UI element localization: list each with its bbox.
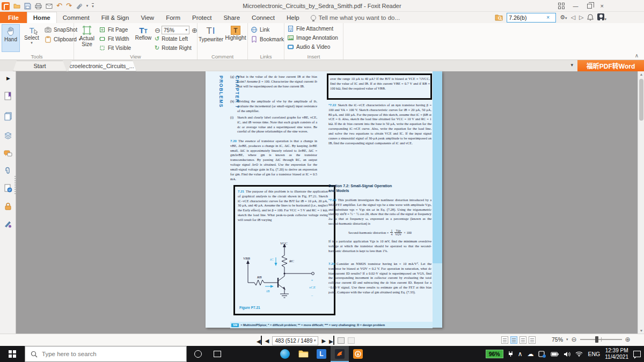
open-file-icon[interactable] bbox=[13, 3, 20, 10]
ui-layout-icon[interactable] bbox=[558, 3, 565, 9]
history-back-icon[interactable]: ◁ bbox=[571, 14, 575, 21]
undo-icon[interactable]: ↶ bbox=[56, 1, 62, 11]
ribbon-tab-help[interactable]: Help bbox=[281, 12, 305, 23]
zoom-dropdown-icon[interactable]: ▾ bbox=[566, 337, 568, 342]
speaker-icon[interactable] bbox=[564, 351, 570, 357]
zoom-slider-thumb[interactable] bbox=[595, 336, 598, 343]
collapse-ribbon-icon[interactable]: ∧ bbox=[635, 53, 639, 58]
redo-icon[interactable]: ↷ bbox=[66, 1, 72, 11]
scrollbar-thumb[interactable] bbox=[639, 79, 643, 121]
fit-visible-button[interactable]: Fit Visible bbox=[99, 45, 131, 51]
teams-icon[interactable] bbox=[538, 351, 546, 358]
taskbar-clock[interactable]: 12:39 PM 11/4/2021 bbox=[605, 348, 628, 360]
fit-page-button[interactable]: Fit Page bbox=[99, 26, 128, 33]
settings-gear-icon[interactable]: ⚙▾ bbox=[560, 14, 567, 21]
ribbon-tab-protect[interactable]: Protect bbox=[186, 12, 217, 23]
first-page-button[interactable]: ◀ bbox=[257, 336, 262, 345]
zoom-in-icon[interactable]: ⊕ bbox=[192, 26, 197, 34]
ribbon-tab-connect[interactable]: Connect bbox=[246, 12, 281, 23]
mail-icon[interactable] bbox=[46, 3, 53, 10]
qat-dropdown-icon[interactable]: ▾ bbox=[86, 4, 89, 8]
previous-view-button[interactable] bbox=[338, 337, 345, 344]
continuous-facing-view-button[interactable] bbox=[529, 336, 536, 344]
security-panel-icon[interactable] bbox=[4, 202, 12, 211]
brush-tool-icon[interactable] bbox=[76, 3, 83, 10]
account-avatar-icon[interactable]: ▾ bbox=[597, 13, 606, 21]
zoom-out-icon[interactable]: ⊖ bbox=[155, 26, 160, 34]
minimize-button[interactable]: — bbox=[573, 3, 579, 9]
tray-expand-icon[interactable]: ∧ bbox=[518, 350, 523, 358]
language-indicator[interactable]: ENG bbox=[588, 351, 600, 357]
audio-video-button[interactable]: Audio & Video bbox=[287, 43, 330, 50]
document-search-input[interactable] bbox=[509, 14, 546, 21]
foxit-logo-icon[interactable] bbox=[2, 2, 10, 10]
tab-start[interactable]: Start bbox=[13, 61, 67, 71]
previous-page-button[interactable]: ◀ bbox=[265, 338, 269, 344]
actual-size-button[interactable]: Actual Size bbox=[77, 24, 97, 52]
taskbar-app-file-explorer[interactable] bbox=[294, 346, 312, 362]
notification-bell-icon[interactable] bbox=[587, 14, 594, 21]
tab-close-icon[interactable]: × bbox=[138, 63, 141, 69]
clear-search-icon[interactable]: × bbox=[546, 14, 550, 20]
fit-width-button[interactable]: Fit Width bbox=[99, 35, 129, 42]
ribbon-tab-home[interactable]: Home bbox=[27, 12, 57, 23]
page-number-field[interactable]: ▾ bbox=[272, 336, 318, 345]
highlight-button[interactable]: T Highlight bbox=[224, 24, 247, 52]
hand-tool-button[interactable]: Hand bbox=[2, 24, 20, 52]
document-search-box[interactable]: × bbox=[507, 13, 556, 23]
action-center-icon[interactable] bbox=[633, 351, 641, 357]
tab-document[interactable]: Microelectronic_Circuits_... × bbox=[68, 61, 136, 71]
ribbon-tab-comment[interactable]: Comment bbox=[57, 12, 96, 23]
history-forward-icon[interactable]: ▷ bbox=[579, 14, 583, 21]
zoom-level-field[interactable]: 75% ▾ bbox=[162, 26, 189, 34]
last-page-button[interactable]: ▶ bbox=[329, 336, 334, 345]
bookmarks-panel-icon[interactable] bbox=[4, 92, 12, 100]
ribbon-tab-fill-sign[interactable]: Fill & Sign bbox=[96, 12, 135, 23]
scroll-down-icon[interactable]: ▼ bbox=[638, 329, 644, 333]
taskbar-app-download-manager[interactable] bbox=[349, 346, 367, 362]
rotate-right-button[interactable]: ↻ Rotate Right bbox=[155, 45, 192, 51]
expand-panel-icon[interactable]: ▶ bbox=[6, 76, 10, 81]
snapshot-button[interactable]: SnapShot bbox=[45, 26, 77, 33]
reflow-button[interactable]: TT Reflow bbox=[133, 24, 153, 52]
typewriter-button[interactable]: TI Typewriter bbox=[199, 24, 223, 52]
page-number-input[interactable] bbox=[275, 338, 312, 344]
select-tool-button[interactable]: T Select ▾ bbox=[22, 24, 41, 52]
close-button[interactable]: × bbox=[601, 3, 604, 9]
cortana-button[interactable] bbox=[189, 346, 207, 362]
next-page-button[interactable]: ▶ bbox=[321, 338, 326, 344]
bookmark-button[interactable]: Bookmark bbox=[251, 36, 284, 43]
taskbar-app-edge[interactable] bbox=[276, 346, 294, 362]
task-view-button[interactable] bbox=[208, 346, 226, 362]
attachments-panel-icon[interactable] bbox=[4, 167, 12, 175]
digital-sign-panel-icon[interactable] bbox=[4, 220, 12, 228]
pdf-to-word-button[interactable]: 福昕PDF转Word bbox=[577, 60, 644, 71]
file-attachment-button[interactable]: File Attachment bbox=[287, 25, 333, 32]
tell-me-box[interactable]: Tell me what you want to do... bbox=[311, 12, 400, 23]
pages-panel-icon[interactable] bbox=[4, 112, 12, 121]
facing-view-button[interactable] bbox=[519, 336, 526, 344]
customize-qat-icon[interactable]: ▾ bbox=[92, 3, 94, 9]
next-view-button[interactable] bbox=[348, 337, 355, 344]
taskbar-app-l[interactable]: L bbox=[312, 346, 331, 362]
ribbon-tab-form[interactable]: Form bbox=[160, 12, 186, 23]
signatures-panel-icon[interactable] bbox=[4, 184, 12, 193]
battery-percent-badge[interactable]: 96% bbox=[486, 350, 503, 358]
scroll-up-icon[interactable]: ▲ bbox=[638, 72, 644, 76]
layers-panel-icon[interactable] bbox=[4, 131, 12, 140]
single-page-view-button[interactable] bbox=[501, 336, 508, 344]
rotate-left-button[interactable]: ↺ Rotate Left bbox=[155, 35, 188, 42]
print-icon[interactable] bbox=[35, 3, 42, 10]
taskbar-search-input[interactable] bbox=[42, 351, 160, 357]
search-folder-icon[interactable] bbox=[495, 14, 503, 21]
panel-resize-grip[interactable] bbox=[14, 176, 16, 195]
zoom-slider[interactable] bbox=[580, 339, 622, 340]
ribbon-tab-file[interactable]: File bbox=[0, 12, 27, 23]
status-zoom-value[interactable]: 75% bbox=[552, 336, 563, 343]
save-icon[interactable] bbox=[24, 3, 31, 10]
start-button[interactable] bbox=[0, 346, 25, 362]
taskbar-search-box[interactable] bbox=[25, 346, 187, 362]
image-annotation-button[interactable]: Image Annotation bbox=[287, 34, 338, 41]
zoom-out-button[interactable]: ⊖ bbox=[572, 336, 577, 343]
link-button[interactable]: Link bbox=[251, 26, 269, 33]
